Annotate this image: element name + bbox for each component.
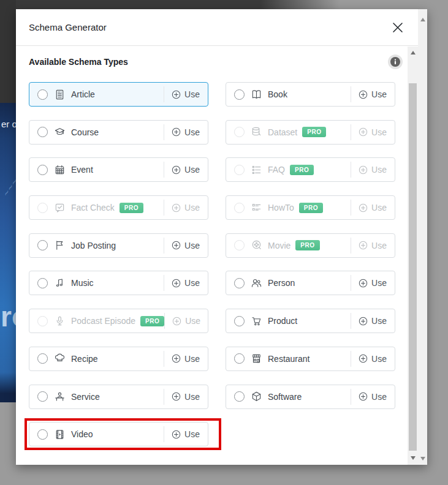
howto-icon [251, 202, 262, 214]
row-actions: Use [164, 313, 208, 329]
use-button[interactable]: Use [351, 392, 395, 402]
info-icon[interactable] [388, 55, 403, 69]
schema-type-podcast-episode[interactable]: Podcast Episode PRO Use [29, 309, 208, 333]
use-button[interactable]: Use [164, 127, 208, 137]
use-button-label: Use [184, 89, 200, 99]
schema-type-course[interactable]: Course Use [29, 120, 208, 145]
schema-type-label: Podcast Episode [71, 316, 135, 326]
poster-handwriting: ~~~ [1, 164, 16, 199]
radio-button[interactable] [234, 89, 245, 100]
use-button[interactable]: Use [165, 316, 208, 326]
schema-type-dataset[interactable]: Dataset PRO Use [226, 120, 395, 145]
radio-button[interactable] [234, 240, 245, 250]
use-button[interactable]: Use [351, 354, 395, 364]
scroll-up-icon[interactable] [411, 51, 416, 55]
course-icon [54, 126, 66, 138]
row-actions: Use [164, 389, 208, 405]
schema-type-label: Video [71, 429, 93, 439]
use-button[interactable]: Use [164, 278, 208, 288]
row-actions: Use [351, 351, 395, 367]
use-button[interactable]: Use [164, 203, 208, 212]
dialog-scroll-down-icon[interactable] [420, 457, 425, 461]
radio-button[interactable] [37, 127, 48, 137]
info-glyph [390, 57, 400, 67]
schema-type-restaurant[interactable]: Restaurant Use [226, 347, 395, 371]
use-button[interactable]: Use [351, 127, 395, 137]
radio-button[interactable] [234, 203, 245, 213]
schema-type-service[interactable]: Service Use [29, 385, 208, 409]
radio-button[interactable] [37, 353, 48, 364]
use-button[interactable]: Use [351, 165, 395, 175]
use-button[interactable]: Use [351, 316, 395, 326]
radio-button[interactable] [234, 127, 245, 137]
pro-badge: PRO [302, 127, 326, 137]
dialog-header: Schema Generator [16, 9, 418, 46]
radio-button[interactable] [234, 316, 245, 326]
use-button-label: Use [371, 127, 387, 137]
row-actions: Use [351, 389, 395, 405]
row-actions: Use [351, 86, 395, 102]
radio-button[interactable] [37, 240, 48, 250]
schema-type-job-posting[interactable]: Job Posting Use [29, 233, 208, 258]
schema-type-article[interactable]: Article Use [29, 82, 208, 107]
video-icon [54, 429, 66, 440]
content-scrollbar[interactable] [408, 47, 418, 465]
use-button-label: Use [371, 89, 387, 99]
radio-button[interactable] [37, 165, 48, 175]
radio-button[interactable] [234, 278, 245, 288]
use-button-label: Use [184, 165, 200, 175]
radio-button[interactable] [234, 391, 245, 402]
use-button[interactable]: Use [351, 203, 395, 212]
use-button[interactable]: Use [351, 278, 395, 288]
close-button[interactable] [391, 21, 404, 34]
schema-type-video[interactable]: Video Use [29, 422, 208, 446]
schema-type-book[interactable]: Book Use [226, 82, 395, 107]
use-button-label: Use [371, 278, 387, 288]
schema-type-howto[interactable]: HowTo PRO Use [226, 195, 395, 220]
use-button[interactable]: Use [164, 429, 208, 439]
use-button-label: Use [184, 354, 200, 364]
radio-button[interactable] [37, 203, 48, 213]
pro-badge: PRO [299, 203, 323, 213]
page-dark-strip [0, 0, 16, 104]
schema-type-label: HowTo [268, 203, 294, 212]
use-button[interactable]: Use [351, 89, 395, 99]
schema-type-faq[interactable]: FAQ PRO Use [226, 157, 395, 182]
dialog-scrollbar[interactable] [418, 9, 427, 465]
schema-type-label: Service [71, 392, 100, 402]
dialog-scroll-up-icon[interactable] [420, 18, 425, 21]
radio-button[interactable] [37, 429, 48, 440]
use-button-label: Use [371, 203, 387, 212]
radio-button[interactable] [234, 165, 245, 175]
radio-button[interactable] [37, 316, 48, 326]
recipe-icon [54, 353, 66, 364]
use-button[interactable]: Use [164, 354, 208, 364]
use-button[interactable]: Use [164, 165, 208, 175]
row-actions: Use [164, 426, 208, 442]
schema-type-fact-check[interactable]: Fact Check PRO Use [29, 195, 208, 220]
schema-type-event[interactable]: Event Use [29, 157, 208, 182]
row-actions: Use [351, 313, 395, 329]
row-actions: Use [164, 200, 208, 216]
radio-button[interactable] [234, 353, 245, 364]
use-button-label: Use [184, 127, 200, 137]
radio-button[interactable] [37, 278, 48, 288]
schema-type-product[interactable]: Product Use [226, 309, 395, 333]
use-button[interactable]: Use [164, 89, 208, 99]
radio-button[interactable] [37, 89, 48, 100]
schema-type-recipe[interactable]: Recipe Use [29, 347, 208, 371]
radio-button[interactable] [37, 391, 48, 402]
use-button[interactable]: Use [351, 241, 395, 250]
content-scrollbar-thumb[interactable] [409, 83, 417, 451]
use-button-label: Use [371, 165, 387, 175]
plus-circle-icon [172, 279, 181, 288]
schema-type-music[interactable]: Music Use [29, 271, 208, 295]
schema-type-person[interactable]: Person Use [226, 271, 395, 295]
use-button[interactable]: Use [164, 392, 208, 402]
schema-type-software[interactable]: Software Use [226, 385, 395, 409]
use-button[interactable]: Use [164, 241, 208, 250]
use-button-label: Use [371, 354, 387, 364]
schema-type-movie[interactable]: Movie PRO Use [226, 233, 395, 258]
use-button-label: Use [371, 392, 387, 402]
scroll-down-icon[interactable] [411, 456, 416, 460]
